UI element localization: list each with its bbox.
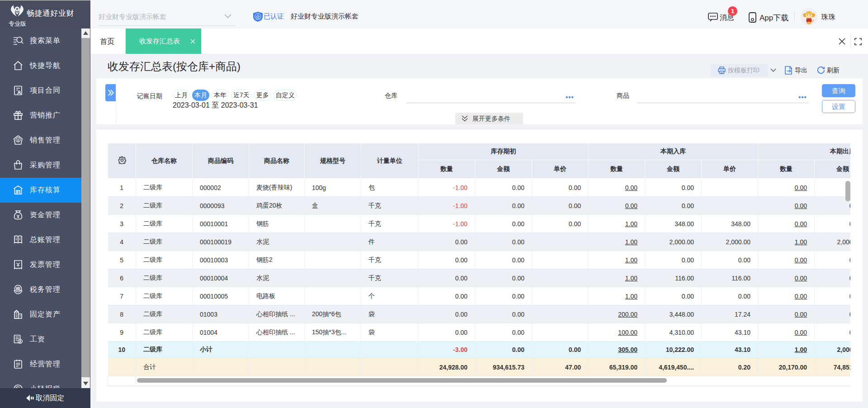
svg-text:企: 企 [256,14,260,19]
svg-text:税: 税 [15,286,21,291]
